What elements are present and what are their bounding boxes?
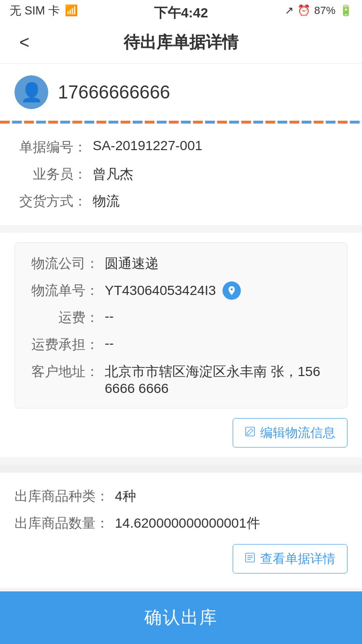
bottom-area: 确认出库: [0, 591, 362, 644]
address-row: 客户地址： 北京市市辖区海淀区永丰南 张，156 6666 6666: [27, 363, 335, 396]
logistics-section: 物流公司： 圆通速递 物流单号： YT43064053424I3 运费： --: [0, 233, 362, 457]
goods-type-row: 出库商品种类： 4种: [14, 487, 348, 505]
edit-logistics-btn-container: 编辑物流信息: [14, 418, 348, 448]
user-icon: 👤: [20, 82, 43, 103]
section-divider: [0, 465, 362, 473]
goods-quantity-row: 出库商品数量： 14.620000000000001件: [14, 514, 348, 532]
battery-icon: 🔋: [339, 4, 352, 17]
edit-icon: [245, 425, 255, 440]
address-value: 北京市市辖区海淀区永丰南 张，156 6666 6666: [105, 363, 335, 396]
phone-number: 17666666666: [58, 82, 170, 103]
battery-text: 87%: [314, 4, 335, 17]
list-icon: [245, 551, 255, 566]
goods-type-value: 4种: [115, 487, 348, 505]
confirm-outbound-button[interactable]: 确认出库: [0, 591, 362, 644]
agent-value: 曾凡杰: [93, 165, 348, 183]
logistics-company-label: 物流公司：: [27, 254, 99, 273]
status-bar: 无 SIM 卡 📶 下午4:42 ↗ ⏰ 87% 🔋: [0, 0, 362, 21]
phone-row: 👤 17666666666: [0, 64, 362, 121]
freight-value: --: [105, 308, 335, 324]
delivery-label: 交货方式：: [14, 192, 87, 210]
goods-quantity-value: 14.620000000000001件: [115, 514, 348, 532]
tracking-number: YT43064053424I3: [105, 283, 216, 298]
agent-row: 业务员： 曾凡杰: [14, 165, 348, 183]
tracking-label: 物流单号：: [27, 281, 99, 300]
delivery-row: 交货方式： 物流: [14, 192, 348, 210]
address-label: 客户地址：: [27, 363, 99, 381]
goods-type-label: 出库商品种类：: [14, 487, 109, 505]
avatar: 👤: [14, 75, 48, 109]
order-no-label: 单据编号：: [14, 138, 87, 156]
freight-bear-value: --: [105, 336, 335, 351]
logistics-card: 物流公司： 圆通速递 物流单号： YT43064053424I3 运费： --: [14, 242, 348, 408]
status-right: ↗ ⏰ 87% 🔋: [285, 4, 352, 17]
freight-row: 运费： --: [27, 308, 335, 327]
page-title: 待出库单据详情: [124, 31, 238, 54]
logistics-company-row: 物流公司： 圆通速递: [27, 254, 335, 273]
edit-logistics-button[interactable]: 编辑物流信息: [233, 418, 348, 448]
view-detail-btn-container: 查看单据详情: [14, 544, 348, 574]
order-no-value: SA-20191227-001: [93, 138, 348, 154]
view-detail-label: 查看单据详情: [260, 550, 335, 567]
alarm-icon: ⏰: [297, 4, 310, 17]
freight-bear-row: 运费承担： --: [27, 336, 335, 354]
status-left: 无 SIM 卡 📶: [10, 3, 78, 18]
logistics-company-value: 圆通速递: [105, 254, 335, 273]
back-button[interactable]: <: [14, 28, 34, 57]
goods-quantity-label: 出库商品数量：: [14, 514, 109, 532]
delivery-value: 物流: [93, 192, 348, 210]
order-no-row: 单据编号： SA-20191227-001: [14, 138, 348, 156]
location-status-icon: ↗: [285, 4, 293, 17]
order-info-section: 单据编号： SA-20191227-001 业务员： 曾凡杰 交货方式： 物流: [0, 124, 362, 225]
freight-label: 运费：: [27, 308, 99, 327]
map-location-icon[interactable]: [223, 281, 241, 300]
carrier-text: 无 SIM 卡: [10, 3, 60, 18]
nav-bar: < 待出库单据详情: [0, 21, 362, 64]
wifi-icon: 📶: [65, 4, 78, 17]
freight-bear-label: 运费承担：: [27, 336, 99, 354]
tracking-value-row: YT43064053424I3: [105, 281, 335, 300]
tracking-row: 物流单号： YT43064053424I3: [27, 281, 335, 300]
goods-section: 出库商品种类： 4种 出库商品数量： 14.620000000000001件 查…: [0, 473, 362, 588]
status-time: 下午4:42: [154, 4, 208, 22]
view-detail-button[interactable]: 查看单据详情: [233, 544, 348, 574]
agent-label: 业务员：: [14, 165, 87, 183]
edit-logistics-label: 编辑物流信息: [260, 424, 335, 441]
